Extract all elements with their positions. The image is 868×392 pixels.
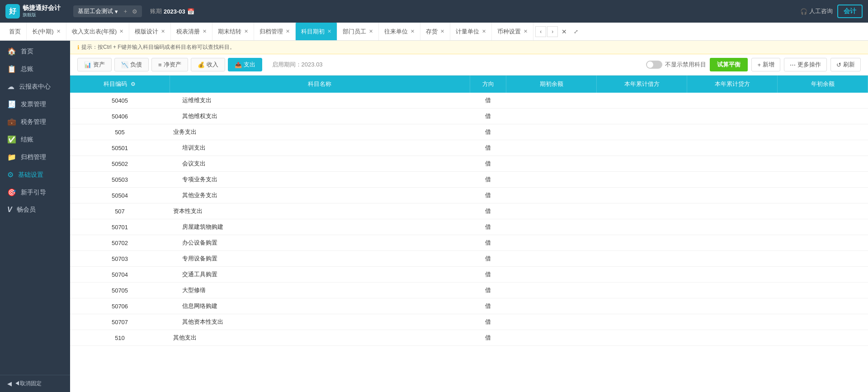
table-row[interactable]: 50406 其他维权支出 借	[70, 109, 868, 124]
tab-currency[interactable]: 币种设置 ✕	[492, 23, 533, 41]
table-row[interactable]: 507 资本性支出 借	[70, 203, 868, 219]
cell-direction: 借	[470, 188, 506, 203]
cat-tab-liabilities[interactable]: 📉 负债	[114, 58, 149, 71]
cell-direction: 借	[470, 203, 506, 219]
balance-button[interactable]: 试算平衡	[710, 58, 748, 71]
sidebar-item-ledger[interactable]: 📋 总账	[0, 60, 70, 78]
col-initial: 期初余额	[506, 76, 597, 93]
cell-code: 510	[70, 330, 170, 346]
tab-close-icon[interactable]: ✕	[410, 28, 415, 34]
add-button[interactable]: + 新增	[751, 58, 780, 71]
tab-prev-button[interactable]: ‹	[535, 26, 546, 37]
tab-annual-report[interactable]: 收入支出表(年报) ✕	[66, 23, 130, 41]
table-row[interactable]: 50504 其他业务支出 借	[70, 188, 868, 203]
sidebar-item-settings[interactable]: ⚙ 基础设置	[0, 166, 70, 184]
add-label: 新增	[763, 61, 774, 69]
sidebar-item-tax[interactable]: 💼 税务管理	[0, 113, 70, 131]
cell-name: 会议支出	[170, 156, 470, 172]
tab-expand-button[interactable]: ⤢	[571, 26, 581, 37]
tab-label: 币种设置	[497, 28, 521, 36]
table-row[interactable]: 50706 信息网络购建 借	[70, 298, 868, 314]
cat-tab-income[interactable]: 💰 收入	[191, 58, 225, 71]
sidebar-label: 云报表中心	[19, 83, 51, 91]
sidebar-item-reports[interactable]: ☁ 云报表中心	[0, 78, 70, 95]
tab-close-icon[interactable]: ✕	[161, 28, 165, 34]
tab-close-icon[interactable]: ✕	[57, 28, 61, 34]
tab-close-icon[interactable]: ✕	[327, 28, 331, 34]
cat-tab-assets[interactable]: 📊 资产	[77, 58, 112, 71]
tab-next-button[interactable]: ›	[547, 26, 558, 37]
cell-code: 505	[70, 124, 170, 140]
tab-close-icon[interactable]: ✕	[119, 28, 123, 34]
tab-subject-initial[interactable]: 科目期初 ✕	[296, 23, 337, 41]
sidebar-item-vip[interactable]: V 畅会员	[0, 201, 70, 218]
tab-period-end[interactable]: 期末结转 ✕	[212, 23, 254, 41]
more-button[interactable]: ⋯ 更多操作	[784, 58, 827, 71]
tab-close-icon[interactable]: ✕	[244, 28, 248, 34]
tab-close-icon[interactable]: ✕	[524, 28, 528, 34]
table-row[interactable]: 50702 办公设备购置 借	[70, 235, 868, 251]
tab-close-icon[interactable]: ✕	[440, 28, 444, 34]
cell-name: 大型修缮	[170, 283, 470, 298]
cell-code: 50503	[70, 172, 170, 188]
tab-label: 归档管理	[259, 28, 283, 36]
cell-name: 资本性支出	[170, 203, 470, 219]
tax-icon: 💼	[7, 118, 16, 126]
tab-inventory[interactable]: 存货 ✕	[420, 23, 450, 41]
support-button[interactable]: 🎧 人工咨询	[800, 7, 833, 15]
tab-template[interactable]: 模版设计 ✕	[129, 23, 171, 41]
cat-tab-netassets[interactable]: ≡ 净资产	[151, 58, 188, 71]
cell-direction: 借	[470, 267, 506, 283]
tab-contacts[interactable]: 往来单位 ✕	[379, 23, 420, 41]
tab-close-icon[interactable]: ✕	[203, 28, 207, 34]
column-settings-icon[interactable]: ⚙	[131, 81, 136, 87]
tab-label: 首页	[9, 28, 21, 36]
cat-tab-expenditure[interactable]: 📤 支出	[228, 58, 262, 71]
tab-mid-report[interactable]: 长(中期) ✕	[27, 23, 66, 41]
tab-close-all-button[interactable]: ✕	[559, 26, 570, 37]
table-row[interactable]: 50501 培训支出 借	[70, 140, 868, 156]
tab-tax[interactable]: 税表清册 ✕	[171, 23, 212, 41]
tab-archive[interactable]: 归档管理 ✕	[254, 23, 296, 41]
cat-label: 资产	[93, 61, 105, 69]
support-label: 人工咨询	[809, 7, 833, 15]
table-row[interactable]: 50502 会议支出 借	[70, 156, 868, 172]
sidebar-collapse-button[interactable]: ◀ ◀取消固定	[0, 375, 70, 392]
project-selector[interactable]: 基层工会测试 ▾ ＋ ⚙	[73, 5, 142, 17]
table-row[interactable]: 50503 专项业务支出 借	[70, 172, 868, 188]
tab-label: 期末结转	[218, 28, 241, 36]
table-row[interactable]: 50701 房屋建筑物购建 借	[70, 219, 868, 235]
tab-home[interactable]: 首页	[4, 23, 27, 41]
plus-icon[interactable]: ＋	[123, 7, 128, 15]
tab-close-icon[interactable]: ✕	[369, 28, 373, 34]
cell-name: 专用设备购置	[170, 251, 470, 267]
table-row[interactable]: 50703 专用设备购置 借	[70, 251, 868, 267]
main-content: ℹ 提示：按Ctrl + F键并输入科目编码或者科目名称可以查找科目。 📊 资产…	[70, 41, 868, 392]
tab-unit[interactable]: 计量单位 ✕	[450, 23, 492, 41]
account-button[interactable]: 会计	[837, 5, 863, 18]
sidebar-item-archive[interactable]: 📁 归档管理	[0, 148, 70, 166]
table-row[interactable]: 505 业务支出 借	[70, 124, 868, 140]
tab-department[interactable]: 部门员工 ✕	[337, 23, 379, 41]
table-row[interactable]: 50705 大型修缮 借	[70, 283, 868, 298]
table-row[interactable]: 50704 交通工具购置 借	[70, 267, 868, 283]
disable-toggle[interactable]	[646, 61, 662, 69]
calendar-icon[interactable]: 📅	[187, 8, 194, 15]
sidebar-item-checkout[interactable]: ✅ 结账	[0, 131, 70, 148]
cell-ytd-debit	[597, 283, 687, 298]
table-row[interactable]: 50707 其他资本性支出 借	[70, 314, 868, 330]
cell-direction: 借	[470, 172, 506, 188]
sidebar-item-invoice[interactable]: 🧾 发票管理	[0, 95, 70, 113]
refresh-button[interactable]: ↺ 刷新	[830, 58, 861, 71]
sidebar-item-guide[interactable]: 🎯 新手引导	[0, 184, 70, 201]
cell-ytd-credit	[687, 203, 778, 219]
tab-close-icon[interactable]: ✕	[286, 28, 290, 34]
guide-icon: 🎯	[7, 188, 16, 197]
more-icon: ⋯	[790, 61, 796, 68]
settings-icon[interactable]: ⚙	[132, 8, 137, 15]
tab-close-icon[interactable]: ✕	[482, 28, 486, 34]
table-row[interactable]: 510 其他支出 借	[70, 330, 868, 346]
table-row[interactable]: 50405 运维维支出 借	[70, 93, 868, 109]
refresh-label: 刷新	[843, 61, 855, 69]
sidebar-item-home[interactable]: 🏠 首页	[0, 43, 70, 60]
